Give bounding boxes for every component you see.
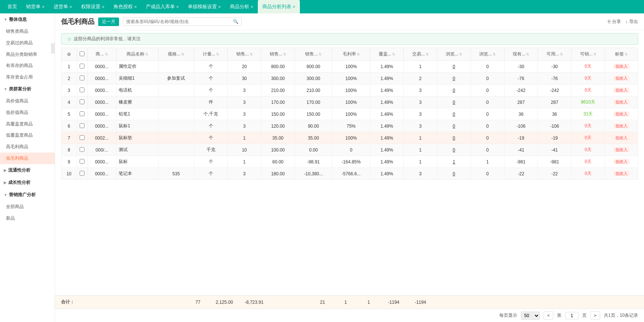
nav-role[interactable]: 角色授权 ✕ [109,0,141,13]
row-browse1[interactable]: 1 [437,156,471,168]
sidebar-item-high-margin[interactable]: 高毛利商品 [0,141,55,153]
row-browse1[interactable]: 0 [437,120,471,132]
sidebar-item-high-coverage[interactable]: 高覆盖度商品 [0,118,55,130]
nav-close-role[interactable]: ✕ [134,5,137,9]
row-checkbox-cell[interactable] [77,85,87,96]
row-current-stock: -22 [504,168,538,180]
sidebar-item-high-value[interactable]: 高价值商品 [0,95,55,107]
footer-browse1: 1 [334,300,357,305]
share-button[interactable]: ⎘ 分享 [608,19,621,25]
nav-close-sales[interactable]: ✕ [42,5,45,9]
row-checkbox-cell[interactable] [77,73,87,85]
th-gross-rate[interactable]: 毛利率⇅ [332,48,370,61]
th-settings[interactable]: ⚙ [61,48,77,61]
search-input[interactable] [126,19,233,24]
row-checkbox-cell[interactable] [77,132,87,144]
nav-sales[interactable]: 销货单 ✕ [22,0,49,13]
sidebar-item-in-stock[interactable]: 有库存的商品 [0,60,55,71]
row-browse1[interactable]: 0 [437,108,471,120]
select-all-checkbox[interactable] [80,51,84,56]
nav-close-analysis-list[interactable]: ✕ [292,5,295,9]
row-checkbox[interactable] [80,159,84,164]
nav-close-purchase[interactable]: ✕ [69,5,72,9]
nav-analysis-list[interactable]: 商品分析列表 ✕ [258,0,300,13]
page-number-input[interactable] [565,312,579,319]
row-browse1[interactable]: 0 [437,96,471,108]
row-checkbox-cell[interactable] [77,168,87,180]
nav-product-in[interactable]: 产成品入库单 ✕ [141,0,183,13]
nav-close-permission[interactable]: ✕ [102,5,105,9]
th-sales-profit[interactable]: 销售...⇅ [295,48,332,61]
nav-analysis[interactable]: 商品分析 ✕ [225,0,258,13]
row-checkbox-cell[interactable] [77,61,87,73]
row-browse1[interactable]: 0 [437,132,471,144]
main-layout: 《 ▼ 整体信息 销售类商品 交易过的商品 商品分类助销率 有库存的商品 库存资… [0,13,644,322]
date-filter-button[interactable]: 近一月 [98,17,119,26]
sidebar-item-low-value[interactable]: 低价值商品 [0,107,55,118]
row-checkbox[interactable] [80,99,84,104]
th-current-stock[interactable]: 现有...⇅ [504,48,538,61]
th-checkbox[interactable] [77,48,87,61]
row-browse1[interactable]: 0 [437,85,471,96]
th-unit[interactable]: 计量...⇅ [194,48,228,61]
row-browse1[interactable]: 0 [437,168,471,180]
row-checkbox[interactable] [80,135,84,140]
next-page-button[interactable]: ＞ [590,311,600,320]
sidebar-item-traded-goods[interactable]: 交易过的商品 [0,37,55,49]
row-checkbox-cell[interactable] [77,120,87,132]
sidebar-collapse-btn[interactable]: 《 [51,43,55,54]
row-checkbox[interactable] [80,171,84,176]
th-browse1[interactable]: 浏览...⇅ [437,48,471,61]
nav-template[interactable]: 单据模板设置 ✕ [183,0,225,13]
row-browse1[interactable]: 0 [437,73,471,85]
row-num: 5 [61,108,77,120]
row-spec [158,132,194,144]
nav-close-product-in[interactable]: ✕ [176,5,179,9]
sidebar-section-cluster[interactable]: ▼ 类群富分析 [0,83,55,95]
row-checkbox[interactable] [80,123,84,128]
row-checkbox[interactable] [80,147,84,152]
row-checkbox[interactable] [80,64,84,68]
th-available-stock[interactable]: 可用...⇅ [538,48,571,61]
sidebar-section-marketing[interactable]: ▼ 营销推广分析 [0,189,55,201]
row-checkbox[interactable] [80,87,84,92]
sidebar-item-new-goods[interactable]: 新品 [0,213,55,224]
nav-permission[interactable]: 权限设置 ✕ [77,0,109,13]
sidebar-item-capital[interactable]: 库存资金占用 [0,71,55,83]
th-code[interactable]: 商...⇅ [87,48,116,61]
row-checkbox-cell[interactable] [77,96,87,108]
row-browse1[interactable]: 0 [437,61,471,73]
th-spec[interactable]: 规格...⇅ [158,48,194,61]
row-checkbox-cell[interactable] [77,144,87,156]
sidebar-item-low-coverage[interactable]: 低覆盖度商品 [0,130,55,141]
th-sales-qty[interactable]: 销售...⇅ [228,48,261,61]
row-checkbox[interactable] [80,111,84,116]
sidebar-item-all-goods[interactable]: 全部商品 [0,201,55,213]
sidebar-section-flow[interactable]: ▶ 流通性分析 [0,164,55,176]
prev-page-button[interactable]: ＜ [544,311,553,320]
th-name[interactable]: 商品名称⇅ [116,48,158,61]
row-checkbox-cell[interactable] [77,156,87,168]
sidebar-item-low-margin[interactable]: 低毛利商品 [0,153,55,164]
th-tag[interactable]: 标签⇅ [605,48,638,61]
row-checkbox[interactable] [80,76,84,80]
nav-close-analysis[interactable]: ✕ [250,5,253,9]
sidebar-item-category-rate[interactable]: 商品分类助销率 [0,49,55,60]
row-browse1[interactable]: 0 [437,144,471,156]
th-sellable-days[interactable]: 可销...⇅ [571,48,605,61]
th-coverage[interactable]: 覆盖...⇅ [370,48,404,61]
page-size-select[interactable]: 50 20 100 [521,312,540,320]
nav-home[interactable]: 首页 [3,0,22,13]
sidebar-section-growth[interactable]: ▶ 成长性分析 [0,176,55,189]
row-checkbox-cell[interactable] [77,108,87,120]
search-icon[interactable]: 🔍 [233,19,238,24]
sidebar-section-overall[interactable]: ▼ 整体信息 [0,13,55,26]
export-button[interactable]: ↓ 导出 [625,19,638,25]
sidebar-item-sales-goods[interactable]: 销售类商品 [0,26,55,37]
th-trade[interactable]: 交易...⇅ [404,48,437,61]
row-tag: 低收入 [605,156,638,168]
th-sales-price[interactable]: 销售...⇅ [261,48,295,61]
th-browse2[interactable]: 浏览...⇅ [471,48,504,61]
nav-purchase[interactable]: 进货单 ✕ [49,0,77,13]
nav-close-template[interactable]: ✕ [218,5,221,9]
